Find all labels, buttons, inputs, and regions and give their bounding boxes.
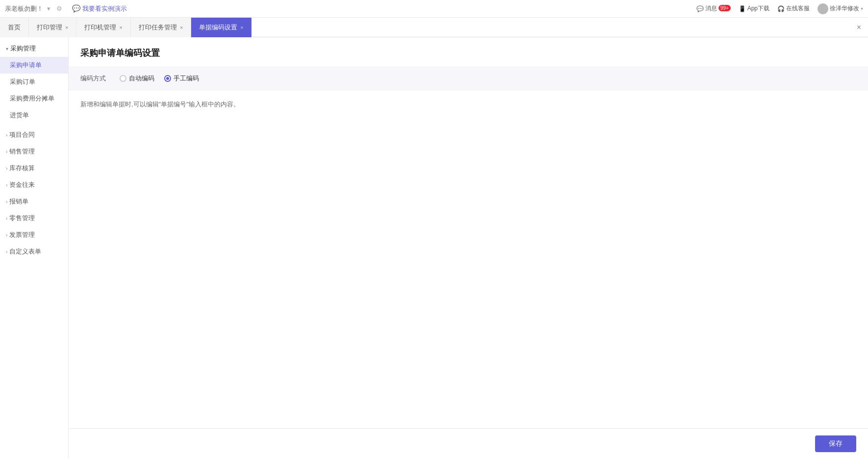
tab-single-code-close[interactable]: × [240,25,243,30]
content-area: 采购申请单编码设置 编码方式 自动编码 手工编码 新增和编辑单据时,可以 [69,37,868,459]
content-header: 采购申请单编码设置 [69,37,868,67]
top-bar-title: 亲老板勿删！ [5,4,43,13]
message-badge: 99+ [719,5,731,11]
fund-label: 资金往来 [9,180,35,189]
sidebar-group-sales-manage[interactable]: › 销售管理 [0,143,68,160]
content-body: 编码方式 自动编码 手工编码 新增和编辑单据时,可以编辑"单据编号"输入框中的内… [69,67,868,428]
user-menu[interactable]: 徐泽华修改 ▾ [818,3,863,14]
tab-print-task[interactable]: 打印任务管理 × [131,18,191,37]
tab-single-code[interactable]: 单据编码设置 × [191,18,251,37]
chevron-right-icon-6: › [6,216,7,221]
app-icon: 📱 [739,5,746,12]
message-icon: 💬 [696,5,704,12]
tab-print-task-label: 打印任务管理 [139,23,177,32]
top-bar-left: 亲老板勿删！ ▾ ⚙ 💬 我要看实例演示 [5,4,127,13]
sidebar-group-custom-form[interactable]: › 自定义表单 [0,243,68,260]
tab-bar: 首页 打印管理 × 打印机管理 × 打印任务管理 × 单据编码设置 × × [0,18,868,37]
sales-manage-label: 销售管理 [9,147,35,156]
radio-manual-circle[interactable] [164,75,171,82]
content-footer: 保存 [69,428,868,459]
description-text: 新增和编辑单据时,可以编辑"单据编号"输入框中的内容。 [69,90,868,119]
tab-single-code-label: 单据编码设置 [199,23,237,32]
project-contract-label: 项目合同 [9,130,35,139]
radio-manual[interactable]: 手工编码 [164,74,199,83]
sidebar-group-invoice[interactable]: › 发票管理 [0,227,68,243]
top-bar: 亲老板勿删！ ▾ ⚙ 💬 我要看实例演示 💬 消息 99+ 📱 App下载 🎧 … [0,0,868,18]
chevron-right-icon-2: › [6,149,7,154]
page-title: 采购申请单编码设置 [80,47,856,59]
page-close-button[interactable]: × [850,18,868,37]
invoice-label: 发票管理 [9,230,35,239]
chevron-right-icon-5: › [6,199,7,204]
returns-label: 报销单 [9,197,28,206]
tab-print-manage[interactable]: 打印管理 × [29,18,76,37]
chevron-right-icon: › [6,132,7,138]
message-label: 消息 [705,4,717,13]
settings-icon[interactable]: ⚙ [56,5,62,12]
encoding-label: 编码方式 [80,74,110,83]
custom-form-label: 自定义表单 [9,247,41,256]
tab-home-label: 首页 [8,23,21,32]
chevron-right-icon-8: › [6,249,7,255]
encoding-row: 编码方式 自动编码 手工编码 [69,67,868,90]
online-service-label: 在线客服 [786,4,810,13]
chevron-right-icon-7: › [6,232,7,238]
save-button[interactable]: 保存 [815,435,856,452]
radio-auto-circle[interactable] [120,75,126,82]
chevron-right-icon-3: › [6,166,7,171]
sidebar-group-inventory[interactable]: › 库存核算 [0,160,68,177]
headset-icon: 🎧 [777,5,785,12]
sidebar-group-returns[interactable]: › 报销单 [0,193,68,210]
sidebar-item-purchase-expense[interactable]: 采购费用分摊单 [0,90,68,107]
user-name: 徐泽华修改 [830,4,859,13]
procurement-label: 采购管理 [10,44,36,53]
app-download-button[interactable]: 📱 App下载 [739,4,769,13]
sidebar-item-purchase-request-label: 采购申请单 [10,61,42,69]
inventory-label: 库存核算 [9,164,35,173]
top-bar-right: 💬 消息 99+ 📱 App下载 🎧 在线客服 徐泽华修改 ▾ [696,3,863,14]
message-button[interactable]: 💬 消息 99+ [696,4,731,13]
sidebar-item-stock-in-label: 进货单 [10,111,29,119]
radio-auto[interactable]: 自动编码 [120,74,154,83]
tab-print-manage-close[interactable]: × [65,25,68,30]
demo-link[interactable]: 💬 我要看实例演示 [72,4,127,13]
sidebar-group-procurement: ▾ 采购管理 采购申请单 采购订单 采购费用分摊单 进货单 [0,37,68,127]
tab-print-manage-label: 打印管理 [37,23,62,32]
user-dropdown-icon: ▾ [861,6,863,11]
sidebar-group-project-contract[interactable]: › 项目合同 [0,127,68,143]
sidebar-item-stock-in[interactable]: 进货单 [0,107,68,124]
tab-printer-manage-close[interactable]: × [119,25,122,30]
sidebar-group-procurement-title[interactable]: ▾ 采购管理 [0,40,68,57]
demo-icon: 💬 [72,4,80,12]
radio-auto-label: 自动编码 [129,74,154,83]
retail-label: 零售管理 [9,214,35,223]
sidebar-group-fund[interactable]: › 资金往来 [0,177,68,193]
chevron-right-icon-4: › [6,182,7,188]
sidebar: ▾ 采购管理 采购申请单 采购订单 采购费用分摊单 进货单 › 项目合同 › 销… [0,37,69,459]
main-layout: ▾ 采购管理 采购申请单 采购订单 采购费用分摊单 进货单 › 项目合同 › 销… [0,37,868,459]
radio-group: 自动编码 手工编码 [120,74,199,83]
tab-printer-manage-label: 打印机管理 [84,23,116,32]
tab-home[interactable]: 首页 [0,18,29,37]
sidebar-group-retail[interactable]: › 零售管理 [0,210,68,227]
online-service-button[interactable]: 🎧 在线客服 [777,4,810,13]
sidebar-item-purchase-order-label: 采购订单 [10,78,35,85]
radio-manual-label: 手工编码 [174,74,199,83]
tab-printer-manage[interactable]: 打印机管理 × [76,18,130,37]
avatar [818,3,828,14]
tab-print-task-close[interactable]: × [180,25,183,30]
sidebar-item-purchase-order[interactable]: 采购订单 [0,74,68,90]
sidebar-item-purchase-request[interactable]: 采购申请单 [0,57,68,74]
sidebar-item-purchase-expense-label: 采购费用分摊单 [10,95,54,102]
app-download-label: App下载 [747,4,769,13]
dropdown-arrow-icon[interactable]: ▾ [47,5,50,12]
chevron-down-icon: ▾ [6,46,8,51]
